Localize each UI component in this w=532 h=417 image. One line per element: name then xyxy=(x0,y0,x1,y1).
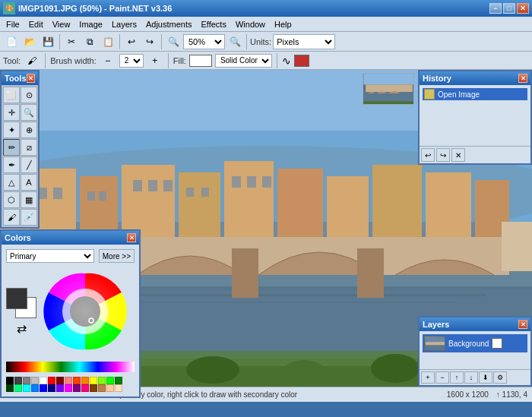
minimize-button[interactable]: − xyxy=(489,3,502,14)
save-icon[interactable]: 💾 xyxy=(40,33,56,50)
color-cell-dk-green[interactable] xyxy=(115,377,122,384)
new-icon[interactable]: 📄 xyxy=(3,33,20,50)
layer-up-btn[interactable]: ↑ xyxy=(450,371,464,384)
color-cell-spring[interactable] xyxy=(14,384,22,392)
color-cell-peach[interactable] xyxy=(106,384,114,392)
history-clear-btn[interactable]: ✕ xyxy=(451,148,465,162)
tool-paintbrush[interactable]: ✏ xyxy=(3,139,20,156)
colors-titlebar[interactable]: Colors ✕ xyxy=(2,231,139,245)
fill-select[interactable]: Solid ColorGradientNone xyxy=(215,54,272,68)
tool-gradient[interactable]: ▦ xyxy=(21,191,37,208)
layer-props-btn[interactable]: ⚙ xyxy=(493,371,507,384)
layer-visibility[interactable]: ✓ xyxy=(492,338,502,349)
tool-rect-select[interactable]: ⬜ xyxy=(3,87,20,103)
color-cell-dk-gray[interactable] xyxy=(14,377,22,384)
tools-titlebar[interactable]: Tools ✕ xyxy=(2,71,38,85)
history-undo-btn[interactable]: ↩ xyxy=(421,148,435,162)
zoom-out-icon[interactable]: 🔍 xyxy=(165,33,182,50)
history-titlebar[interactable]: History ✕ xyxy=(420,71,530,85)
zoom-select[interactable]: 50%25%100%200% xyxy=(183,34,225,49)
tool-lasso[interactable]: ⊙ xyxy=(21,87,37,103)
color-cell-black[interactable] xyxy=(6,377,14,384)
open-icon[interactable]: 📂 xyxy=(21,33,38,50)
menu-effects[interactable]: Effects xyxy=(197,18,231,30)
color-cell-navy[interactable] xyxy=(48,384,55,392)
color-cell-purple[interactable] xyxy=(73,384,81,392)
color-cell-green[interactable] xyxy=(106,377,114,384)
color-cell-lt-peach[interactable] xyxy=(115,384,122,392)
tool-line[interactable]: ╱ xyxy=(21,156,37,173)
tool-magic-wand[interactable]: ✦ xyxy=(3,122,20,138)
tool-recolor[interactable]: 🖌 xyxy=(3,209,20,226)
zoom-in-icon[interactable]: 🔍 xyxy=(226,33,243,50)
units-select[interactable]: PixelsInchesCentimeters xyxy=(273,34,335,49)
layer-down-btn[interactable]: ↓ xyxy=(464,371,478,384)
color-cell-lt-gray[interactable] xyxy=(31,377,39,384)
color-cell-lt-red[interactable] xyxy=(65,377,72,384)
menu-adjustments[interactable]: Adjustments xyxy=(141,18,197,30)
tool-pencil[interactable]: ✒ xyxy=(3,156,20,173)
tool-clone[interactable]: ⊕ xyxy=(21,122,37,138)
color-cell-yellow[interactable] xyxy=(90,377,97,384)
copy-icon[interactable]: ⧉ xyxy=(81,33,98,50)
color-cell-brown[interactable] xyxy=(90,384,97,392)
history-item[interactable]: Open Image xyxy=(423,88,527,100)
color-cell-forest[interactable] xyxy=(6,384,14,392)
color-cell-orange[interactable] xyxy=(81,377,89,384)
color-cell-red[interactable] xyxy=(48,377,55,384)
brush-decrease-icon[interactable]: − xyxy=(100,52,116,69)
color-cell-pink[interactable] xyxy=(81,384,89,392)
tools-close[interactable]: ✕ xyxy=(27,74,35,83)
color-cell-violet[interactable] xyxy=(56,384,64,392)
undo-icon[interactable]: ↩ xyxy=(123,33,140,50)
menu-window[interactable]: Window xyxy=(231,18,270,30)
color-mode-select[interactable]: PrimarySecondary xyxy=(6,249,94,263)
redo-icon[interactable]: ↪ xyxy=(141,33,158,50)
primary-color-swatch[interactable] xyxy=(6,288,27,309)
tool-eraser[interactable]: ⧄ xyxy=(21,139,37,156)
layers-titlebar[interactable]: Layers ✕ xyxy=(420,317,530,331)
cut-icon[interactable]: ✂ xyxy=(63,33,80,50)
tool-eyedropper[interactable]: 💉 xyxy=(21,209,37,226)
curve-icon[interactable]: ∿ xyxy=(282,55,291,67)
color-cell-yellow-green[interactable] xyxy=(98,377,106,384)
menu-edit[interactable]: Edit xyxy=(24,18,48,30)
menu-help[interactable]: Help xyxy=(270,18,296,30)
colors-close[interactable]: ✕ xyxy=(127,233,136,242)
layers-close[interactable]: ✕ xyxy=(518,320,527,329)
history-redo-btn[interactable]: ↪ xyxy=(436,148,450,162)
color-cell-blue[interactable] xyxy=(40,384,47,392)
color-gradient-bar[interactable] xyxy=(6,362,135,372)
color-wheel[interactable] xyxy=(40,266,131,357)
tool-fill[interactable]: ⬡ xyxy=(3,191,20,208)
close-button[interactable]: ✕ xyxy=(517,3,529,14)
more-button[interactable]: More >> xyxy=(99,249,135,263)
layer-add-btn[interactable]: + xyxy=(421,371,435,384)
layer-merge-btn[interactable]: ⬇ xyxy=(479,371,492,384)
color-cell-magenta[interactable] xyxy=(65,384,72,392)
color-cell-tan[interactable] xyxy=(98,384,106,392)
history-close[interactable]: ✕ xyxy=(518,74,527,83)
color-cell-lt-blue[interactable] xyxy=(31,384,39,392)
layer-item[interactable]: Background ✓ xyxy=(423,334,527,352)
tool-move[interactable]: ✛ xyxy=(3,104,20,121)
title-bar-buttons[interactable]: − □ ✕ xyxy=(489,3,529,14)
maximize-button[interactable]: □ xyxy=(503,3,515,14)
color-cell-gray[interactable] xyxy=(23,377,30,384)
brush-increase-icon[interactable]: + xyxy=(147,52,163,69)
color-cell-dk-red[interactable] xyxy=(56,377,64,384)
menu-image[interactable]: Image xyxy=(74,18,107,30)
swap-colors-icon[interactable]: ⇄ xyxy=(17,321,27,336)
color-cell-cyan[interactable] xyxy=(23,384,30,392)
menu-view[interactable]: View xyxy=(48,18,75,30)
color-cell-white[interactable] xyxy=(40,377,47,384)
menu-file[interactable]: File xyxy=(2,18,24,30)
brush-width-select[interactable]: 2135 xyxy=(119,54,144,68)
tool-zoom[interactable]: 🔍 xyxy=(21,104,37,121)
color-cell-orange-red[interactable] xyxy=(73,377,81,384)
menu-layers[interactable]: Layers xyxy=(107,18,141,30)
tool-text[interactable]: A xyxy=(21,174,37,191)
tool-shapes[interactable]: △ xyxy=(3,174,20,191)
layer-delete-btn[interactable]: − xyxy=(435,371,449,384)
paste-icon[interactable]: 📋 xyxy=(100,33,116,50)
